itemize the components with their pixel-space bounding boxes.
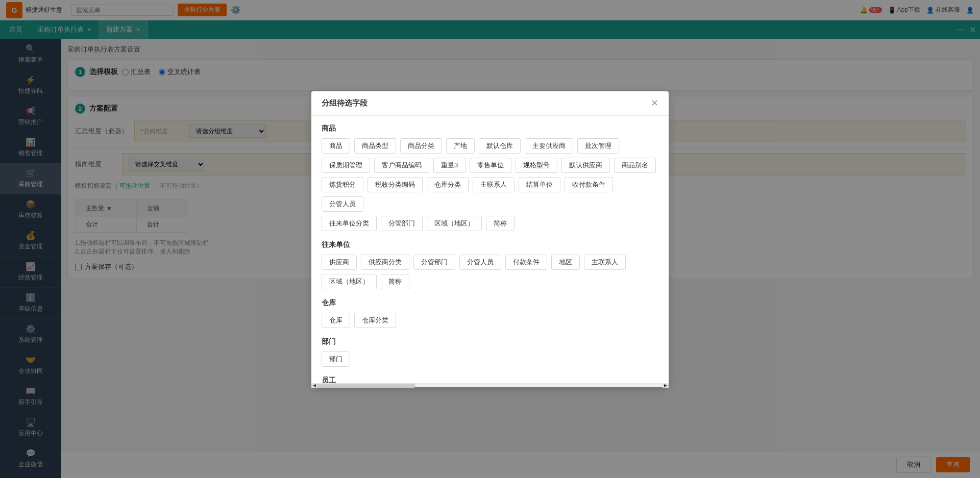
modal-close-btn[interactable]: ✕ bbox=[651, 98, 658, 108]
tag-product-15[interactable]: 税收分类编码 bbox=[368, 177, 423, 192]
field-tags-counterparty-2: 区域（地区） 简称 bbox=[322, 274, 658, 289]
field-group-staff-title: 员工 bbox=[322, 376, 658, 383]
tag-product-4[interactable]: 默认仓库 bbox=[479, 138, 521, 154]
tag-product-20[interactable]: 分管人员 bbox=[322, 196, 363, 212]
tag-cp-8[interactable]: 简称 bbox=[381, 274, 409, 289]
modal-scrollbar-track[interactable]: ◀ ▶ bbox=[311, 383, 669, 387]
tag-product-22[interactable]: 分管部门 bbox=[381, 216, 423, 231]
scroll-left-btn[interactable]: ◀ bbox=[311, 384, 317, 388]
tag-product-11[interactable]: 规格型号 bbox=[516, 158, 557, 173]
tag-product-0[interactable]: 商品 bbox=[322, 138, 350, 154]
tag-product-3[interactable]: 产地 bbox=[446, 138, 475, 154]
modal-body: 商品 商品 商品类型 商品分类 产地 默认仓库 主要供应商 批次管理 保质期管理… bbox=[311, 116, 669, 383]
tag-product-10[interactable]: 零售单位 bbox=[470, 158, 511, 173]
tag-product-16[interactable]: 仓库分类 bbox=[427, 177, 469, 192]
field-group-product: 商品 商品 商品类型 商品分类 产地 默认仓库 主要供应商 批次管理 保质期管理… bbox=[322, 124, 658, 231]
tag-cp-2[interactable]: 分管部门 bbox=[413, 255, 455, 270]
field-tags-product-4: 往来单位分类 分管部门 区域（地区） 简称 bbox=[322, 216, 658, 231]
field-tags-counterparty: 供应商 供应商分类 分管部门 分管人员 付款条件 地区 主联系人 bbox=[322, 255, 658, 270]
tag-cp-6[interactable]: 主联系人 bbox=[584, 255, 626, 270]
field-tags-product-2: 保质期管理 客户商品编码 重量3 零售单位 规格型号 默认供应商 商品别名 bbox=[322, 158, 658, 173]
field-group-warehouse-title: 仓库 bbox=[322, 298, 658, 308]
tag-cp-0[interactable]: 供应商 bbox=[322, 255, 357, 270]
tag-product-19[interactable]: 收付款条件 bbox=[565, 177, 613, 192]
tag-product-12[interactable]: 默认供应商 bbox=[561, 158, 610, 173]
field-select-modal: 分组待选字段 ✕ 商品 商品 商品类型 商品分类 产地 默认仓库 主要供应商 批… bbox=[311, 91, 669, 387]
modal-overlay: 分组待选字段 ✕ 商品 商品 商品类型 商品分类 产地 默认仓库 主要供应商 批… bbox=[0, 0, 980, 478]
tag-product-9[interactable]: 重量3 bbox=[433, 158, 465, 173]
field-tags-product: 商品 商品类型 商品分类 产地 默认仓库 主要供应商 批次管理 bbox=[322, 138, 658, 154]
tag-product-8[interactable]: 客户商品编码 bbox=[374, 158, 429, 173]
field-group-warehouse: 仓库 仓库 仓库分类 bbox=[322, 298, 658, 328]
tag-cp-5[interactable]: 地区 bbox=[551, 255, 580, 270]
tag-product-14[interactable]: 炼货积分 bbox=[322, 177, 363, 192]
tag-product-5[interactable]: 主要供应商 bbox=[525, 138, 573, 154]
tag-product-13[interactable]: 商品别名 bbox=[614, 158, 656, 173]
tag-product-21[interactable]: 往来单位分类 bbox=[322, 216, 377, 231]
tag-product-7[interactable]: 保质期管理 bbox=[322, 158, 370, 173]
scroll-right-btn[interactable]: ▶ bbox=[663, 384, 669, 388]
tag-wh-0[interactable]: 仓库 bbox=[322, 313, 350, 328]
modal-scrollbar-thumb[interactable] bbox=[313, 384, 415, 388]
tag-product-23[interactable]: 区域（地区） bbox=[427, 216, 482, 231]
field-group-dept: 部门 部门 bbox=[322, 337, 658, 367]
field-group-counterparty: 往来单位 供应商 供应商分类 分管部门 分管人员 付款条件 地区 主联系人 区域… bbox=[322, 240, 658, 289]
tag-cp-7[interactable]: 区域（地区） bbox=[322, 274, 377, 289]
tag-product-18[interactable]: 结算单位 bbox=[519, 177, 560, 192]
tag-wh-1[interactable]: 仓库分类 bbox=[354, 313, 396, 328]
tag-cp-3[interactable]: 分管人员 bbox=[459, 255, 501, 270]
tag-cp-4[interactable]: 付款条件 bbox=[505, 255, 547, 270]
tag-product-17[interactable]: 主联系人 bbox=[473, 177, 514, 192]
field-group-product-title: 商品 bbox=[322, 124, 658, 133]
field-group-counterparty-title: 往来单位 bbox=[322, 240, 658, 249]
tag-product-6[interactable]: 批次管理 bbox=[577, 138, 619, 154]
modal-header: 分组待选字段 ✕ bbox=[311, 91, 669, 116]
field-tags-product-3: 炼货积分 税收分类编码 仓库分类 主联系人 结算单位 收付款条件 分管人员 bbox=[322, 177, 658, 212]
field-group-staff: 员工 业务员 bbox=[322, 376, 658, 383]
modal-title: 分组待选字段 bbox=[322, 98, 368, 108]
tag-product-1[interactable]: 商品类型 bbox=[354, 138, 396, 154]
tag-dept-0[interactable]: 部门 bbox=[322, 351, 350, 367]
tag-cp-1[interactable]: 供应商分类 bbox=[361, 255, 409, 270]
field-tags-dept: 部门 bbox=[322, 351, 658, 367]
field-group-dept-title: 部门 bbox=[322, 337, 658, 346]
tag-product-2[interactable]: 商品分类 bbox=[400, 138, 442, 154]
tag-product-24[interactable]: 简称 bbox=[486, 216, 514, 231]
field-tags-warehouse: 仓库 仓库分类 bbox=[322, 313, 658, 328]
